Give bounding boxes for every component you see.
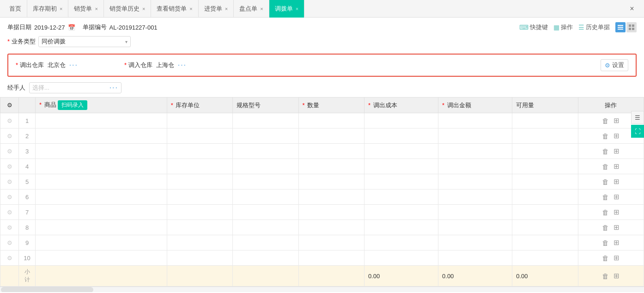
row-available-cell[interactable] — [512, 220, 578, 235]
row-gear-cell[interactable]: ⚙ — [0, 113, 19, 128]
row-gear-cell[interactable]: ⚙ — [0, 159, 19, 174]
row-delete-button[interactable]: 🗑 — [601, 177, 610, 187]
horizontal-scrollbar[interactable] — [0, 287, 644, 292]
row-spec-cell[interactable] — [233, 128, 298, 144]
row-qty-cell[interactable] — [298, 113, 364, 128]
row-available-cell[interactable] — [512, 113, 578, 128]
row-goods-cell[interactable] — [36, 250, 167, 266]
row-copy-button[interactable]: ⊞ — [613, 238, 620, 248]
row-delete-button[interactable]: 🗑 — [601, 223, 610, 232]
row-delete-button[interactable]: 🗑 — [601, 192, 610, 202]
side-expand-button[interactable]: ⛶ — [631, 125, 644, 138]
row-goods-cell[interactable] — [36, 113, 167, 128]
row-cost-cell[interactable] — [364, 250, 438, 266]
row-qty-cell[interactable] — [298, 159, 364, 174]
row-delete-button[interactable]: 🗑 — [601, 162, 610, 171]
row-goods-cell[interactable] — [36, 220, 167, 235]
row-amount-cell[interactable] — [438, 144, 512, 159]
row-available-cell[interactable] — [512, 144, 578, 159]
row-cost-cell[interactable] — [364, 159, 438, 174]
row-available-cell[interactable] — [512, 205, 578, 220]
row-cost-cell[interactable] — [364, 113, 438, 128]
row-spec-cell[interactable] — [233, 235, 298, 250]
row-gear-cell[interactable]: ⚙ — [0, 220, 19, 235]
operation-button[interactable]: ▦ 操作 — [553, 23, 573, 31]
row-copy-button[interactable]: ⊞ — [613, 222, 620, 232]
scan-button[interactable]: 扫码录入 — [58, 100, 87, 110]
row-delete-button[interactable]: 🗑 — [601, 253, 610, 263]
tab-stocktake-close[interactable]: × — [260, 6, 263, 12]
row-copy-button[interactable]: ⊞ — [613, 207, 620, 217]
row-copy-button[interactable]: ⊞ — [613, 192, 620, 202]
row-unit-cell[interactable] — [167, 220, 232, 235]
row-cost-cell[interactable] — [364, 205, 438, 220]
row-gear-cell[interactable]: ⚙ — [0, 205, 19, 220]
row-unit-cell[interactable] — [167, 128, 232, 144]
grid-view-icon[interactable] — [626, 22, 637, 32]
row-amount-cell[interactable] — [438, 205, 512, 220]
row-available-cell[interactable] — [512, 174, 578, 189]
row-cost-cell[interactable] — [364, 220, 438, 235]
row-copy-button[interactable]: ⊞ — [613, 131, 620, 141]
subtotal-delete-button[interactable]: 🗑 — [601, 271, 610, 281]
tab-sales-history-close[interactable]: × — [142, 6, 145, 12]
row-amount-cell[interactable] — [438, 174, 512, 189]
row-unit-cell[interactable] — [167, 235, 232, 250]
view-toggle[interactable] — [615, 22, 637, 32]
subtotal-copy-button[interactable]: ⊞ — [613, 271, 620, 281]
row-unit-cell[interactable] — [167, 174, 232, 189]
warehouse-in-value[interactable]: 上海仓 — [156, 61, 174, 69]
business-select[interactable]: 同价调拨 ▾ — [38, 36, 131, 47]
handler-dots[interactable]: ··· — [109, 84, 118, 92]
row-amount-cell[interactable] — [438, 235, 512, 250]
row-copy-button[interactable]: ⊞ — [613, 116, 620, 126]
row-spec-cell[interactable] — [233, 250, 298, 266]
row-goods-cell[interactable] — [36, 144, 167, 159]
row-unit-cell[interactable] — [167, 144, 232, 159]
list-view-icon[interactable] — [615, 22, 626, 32]
row-qty-cell[interactable] — [298, 205, 364, 220]
row-unit-cell[interactable] — [167, 250, 232, 266]
handler-select[interactable]: 选择... ··· — [29, 82, 122, 93]
row-goods-cell[interactable] — [36, 174, 167, 189]
row-amount-cell[interactable] — [438, 128, 512, 144]
row-gear-cell[interactable]: ⚙ — [0, 250, 19, 266]
row-cost-cell[interactable] — [364, 174, 438, 189]
row-gear-cell[interactable]: ⚙ — [0, 174, 19, 189]
row-delete-button[interactable]: 🗑 — [601, 146, 610, 156]
row-unit-cell[interactable] — [167, 189, 232, 205]
row-goods-cell[interactable] — [36, 235, 167, 250]
row-delete-button[interactable]: 🗑 — [601, 131, 610, 141]
row-unit-cell[interactable] — [167, 113, 232, 128]
warehouse-out-dots[interactable]: ··· — [69, 61, 78, 69]
tab-view-sales-close[interactable]: × — [189, 6, 192, 12]
row-available-cell[interactable] — [512, 189, 578, 205]
row-amount-cell[interactable] — [438, 250, 512, 266]
row-cost-cell[interactable] — [364, 144, 438, 159]
row-spec-cell[interactable] — [233, 189, 298, 205]
row-copy-button[interactable]: ⊞ — [613, 253, 620, 263]
row-qty-cell[interactable] — [298, 128, 364, 144]
row-spec-cell[interactable] — [233, 174, 298, 189]
row-qty-cell[interactable] — [298, 189, 364, 205]
col-gear[interactable]: ⚙ — [0, 98, 19, 113]
row-unit-cell[interactable] — [167, 159, 232, 174]
tab-transfer[interactable]: 调拨单 × — [269, 0, 304, 18]
row-available-cell[interactable] — [512, 159, 578, 174]
row-spec-cell[interactable] — [233, 220, 298, 235]
row-copy-button[interactable]: ⊞ — [613, 146, 620, 156]
row-amount-cell[interactable] — [438, 159, 512, 174]
row-goods-cell[interactable] — [36, 205, 167, 220]
row-delete-button[interactable]: 🗑 — [601, 116, 610, 126]
tab-sales-close[interactable]: × — [95, 6, 97, 12]
row-goods-cell[interactable] — [36, 189, 167, 205]
tab-sales[interactable]: 销货单 × — [68, 0, 103, 18]
side-list-button[interactable]: ☰ — [631, 111, 644, 124]
row-qty-cell[interactable] — [298, 144, 364, 159]
row-available-cell[interactable] — [512, 235, 578, 250]
date-value[interactable]: 2019-12-27 — [34, 24, 65, 31]
row-goods-cell[interactable] — [36, 159, 167, 174]
tab-sales-history[interactable]: 销货单历史 × — [104, 0, 151, 18]
row-delete-button[interactable]: 🗑 — [601, 238, 610, 248]
warehouse-in-dots[interactable]: ··· — [178, 61, 187, 69]
